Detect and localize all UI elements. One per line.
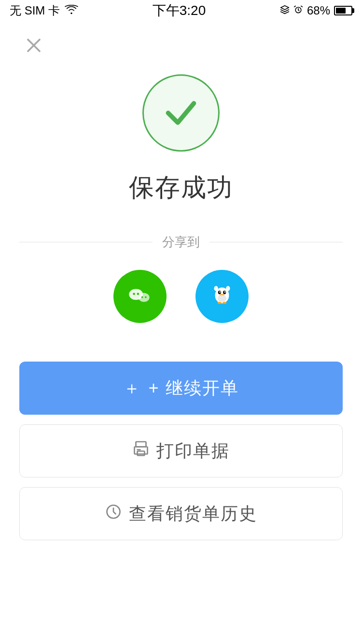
history-label: 查看销货单历史	[129, 502, 257, 526]
svg-point-13	[219, 291, 220, 293]
success-icon-circle	[142, 74, 220, 152]
svg-point-14	[224, 291, 225, 293]
success-title: 保存成功	[129, 171, 233, 205]
svg-point-17	[218, 302, 222, 304]
divider-line-left	[19, 242, 153, 242]
plus-icon: ＋	[123, 377, 141, 400]
main-content: 保存成功 分享到	[0, 21, 362, 644]
no-sim-text: 无 SIM 卡	[10, 3, 60, 18]
divider-line-right	[209, 242, 343, 242]
svg-point-18	[223, 302, 226, 304]
checkmark-icon	[162, 94, 200, 132]
svg-point-16	[218, 295, 227, 302]
print-label: 打印单据	[156, 439, 230, 463]
alarm-icon	[293, 4, 303, 17]
svg-point-19	[214, 286, 218, 291]
share-icons-row	[113, 270, 249, 323]
close-button[interactable]	[19, 31, 48, 60]
svg-rect-23	[138, 451, 145, 455]
svg-point-6	[137, 293, 139, 295]
status-bar: 无 SIM 卡 下午3:20 68%	[0, 0, 362, 21]
share-divider: 分享到	[19, 234, 343, 251]
svg-rect-22	[135, 447, 148, 454]
status-left: 无 SIM 卡	[10, 3, 78, 18]
share-label: 分享到	[162, 234, 200, 251]
continue-label: + 继续开单	[148, 377, 238, 400]
battery-fill	[336, 8, 346, 14]
svg-point-7	[141, 296, 143, 298]
history-icon	[105, 503, 122, 525]
continue-button[interactable]: ＋ + 继续开单	[19, 362, 343, 415]
status-time: 下午3:20	[153, 1, 206, 20]
svg-rect-21	[136, 442, 146, 447]
print-button[interactable]: 打印单据	[19, 424, 343, 477]
battery-icon	[334, 6, 352, 15]
qq-share-button[interactable]	[195, 270, 249, 323]
history-button[interactable]: 查看销货单历史	[19, 487, 343, 540]
battery-percentage: 68%	[307, 4, 330, 17]
svg-point-4	[139, 293, 150, 302]
printer-icon	[132, 440, 150, 462]
location-icon	[280, 4, 290, 17]
svg-point-5	[133, 293, 135, 295]
wifi-icon	[65, 4, 78, 17]
buttons-container: ＋ + 继续开单 打印单据 查看销货单历史	[19, 362, 343, 540]
svg-point-8	[145, 296, 147, 298]
wechat-share-button[interactable]	[113, 270, 167, 323]
status-right: 68%	[280, 4, 352, 17]
svg-point-20	[226, 286, 230, 291]
